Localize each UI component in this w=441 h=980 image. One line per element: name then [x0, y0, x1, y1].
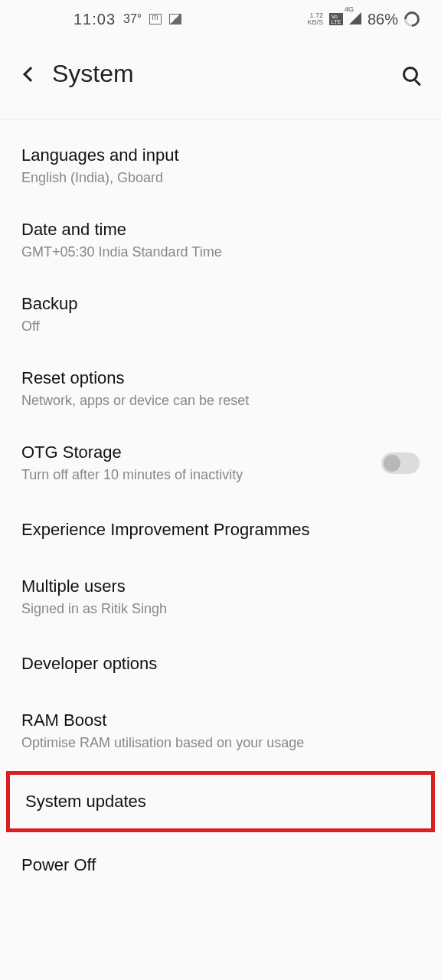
page-title: System	[52, 60, 134, 88]
item-subtitle: Optimise RAM utilisation based on your u…	[21, 735, 420, 751]
otg-storage-toggle[interactable]	[381, 452, 420, 474]
item-title: OTG Storage	[21, 443, 381, 462]
battery-ring-icon	[401, 8, 423, 30]
signal-icon: 4G	[349, 12, 361, 26]
status-bar: 11:03 37° 1.72 KB/S VoLTE 4G 86%	[0, 0, 441, 38]
developer-options-item[interactable]: Developer options	[0, 634, 441, 694]
experience-improvement-item[interactable]: Experience Improvement Programmes	[0, 500, 441, 560]
item-subtitle: English (India), Gboard	[21, 170, 420, 186]
volte-icon: VoLTE	[329, 13, 343, 25]
chevron-left-icon	[23, 67, 38, 82]
gallery-icon	[169, 14, 181, 24]
multiple-users-item[interactable]: Multiple users Signed in as Ritik Singh	[0, 560, 441, 634]
reset-options-item[interactable]: Reset options Network, apps or device ca…	[0, 351, 441, 426]
item-title: Backup	[21, 294, 420, 314]
item-title: Languages and input	[21, 145, 420, 165]
power-off-item[interactable]: Power Off	[0, 835, 441, 895]
item-subtitle: GMT+05:30 India Standard Time	[21, 244, 420, 260]
item-title: Reset options	[21, 368, 420, 388]
memo-icon	[149, 14, 162, 24]
item-title: RAM Boost	[21, 710, 420, 730]
battery-percentage: 86%	[368, 11, 398, 28]
toggle-knob-icon	[384, 455, 400, 472]
system-updates-item[interactable]: System updates	[6, 771, 435, 832]
item-title: Experience Improvement Programmes	[21, 517, 420, 543]
languages-and-input-item[interactable]: Languages and input English (India), Gbo…	[0, 129, 441, 203]
search-icon	[403, 67, 418, 82]
date-and-time-item[interactable]: Date and time GMT+05:30 India Standard T…	[0, 203, 441, 277]
item-title: Date and time	[21, 220, 420, 240]
settings-list: Languages and input English (India), Gbo…	[0, 119, 441, 904]
backup-item[interactable]: Backup Off	[0, 277, 441, 351]
item-subtitle: Network, apps or device can be reset	[21, 393, 420, 409]
back-button[interactable]	[18, 62, 43, 87]
item-subtitle: Signed in as Ritik Singh	[21, 601, 420, 617]
search-button[interactable]	[398, 62, 423, 87]
ram-boost-item[interactable]: RAM Boost Optimise RAM utilisation based…	[0, 694, 441, 768]
header: System	[0, 38, 441, 119]
item-title: Developer options	[21, 651, 420, 677]
item-title: Multiple users	[21, 577, 420, 596]
otg-storage-item[interactable]: OTG Storage Turn off after 10 minutes of…	[0, 426, 441, 500]
item-subtitle: Off	[21, 318, 420, 335]
item-title: System updates	[25, 789, 416, 815]
status-temperature: 37°	[123, 12, 142, 26]
item-title: Power Off	[21, 852, 420, 878]
item-subtitle: Turn off after 10 minutes of inactivity	[21, 467, 381, 483]
status-time: 11:03	[74, 11, 116, 28]
network-speed: 1.72 KB/S	[307, 12, 323, 26]
